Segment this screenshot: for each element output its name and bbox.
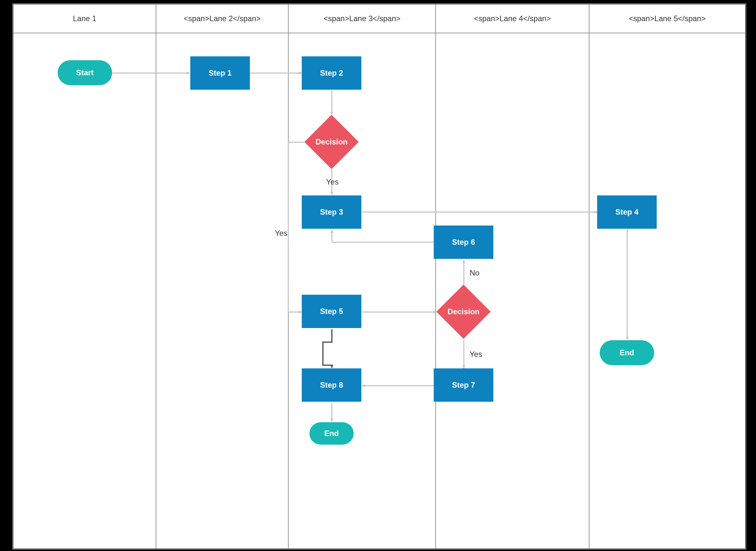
- step4-process[interactable]: Step 4: [597, 195, 657, 229]
- step5-process[interactable]: Step 5: [302, 295, 361, 328]
- lane-header-5: <span>Lane 5</span>: [589, 4, 745, 33]
- edge-label-no: No: [470, 268, 480, 278]
- lane-header-4: <span>Lane 4</span>: [436, 4, 589, 33]
- step8-process[interactable]: Step 8: [302, 369, 361, 402]
- decision2-label: Decision: [436, 285, 491, 339]
- lane-body-row: [13, 33, 745, 548]
- edge-label-yes1: Yes: [326, 177, 338, 186]
- start-terminator[interactable]: Start: [58, 60, 112, 85]
- step3-process[interactable]: Step 3: [302, 195, 361, 229]
- lane-body-5: [589, 33, 745, 548]
- lane-body-1: [13, 33, 156, 548]
- decision1-diamond[interactable]: Decision: [304, 115, 359, 169]
- lane-body-3: [288, 33, 436, 548]
- decision2-diamond[interactable]: Decision: [436, 285, 491, 339]
- edge-label-yes3: Yes: [470, 350, 482, 359]
- decision1-label: Decision: [304, 115, 359, 169]
- lane-header-1: Lane 1: [13, 4, 156, 33]
- step7-process[interactable]: Step 7: [434, 369, 493, 402]
- lane-header-row: Lane 1 <span>Lane 2</span> <span>Lane 3<…: [13, 4, 745, 33]
- edge-label-yes2: Yes: [275, 229, 287, 238]
- lane-header-3: <span>Lane 3</span>: [288, 4, 436, 33]
- lane-header-2: <span>Lane 2</span>: [156, 4, 288, 33]
- end1-terminator[interactable]: End: [600, 340, 654, 365]
- step6-process[interactable]: Step 6: [434, 225, 493, 259]
- step2-process[interactable]: Step 2: [302, 56, 361, 90]
- lane-body-2: [156, 33, 288, 548]
- end2-terminator[interactable]: End: [309, 422, 353, 445]
- step1-process[interactable]: Step 1: [190, 56, 250, 90]
- swimlane-pool: Lane 1 <span>Lane 2</span> <span>Lane 3<…: [12, 3, 746, 550]
- page: Lane 1 <span>Lane 2</span> <span>Lane 3<…: [0, 0, 756, 551]
